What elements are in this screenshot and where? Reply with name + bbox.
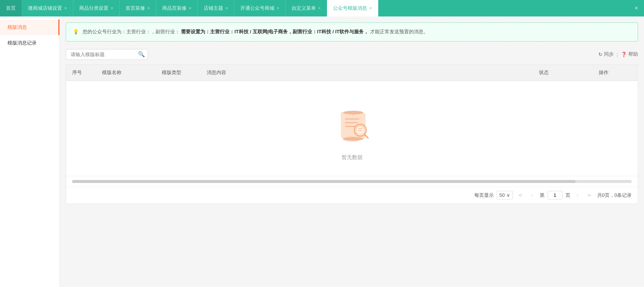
close-tab-shop-settings[interactable]: × [64,6,67,11]
table-header: 序号 模版名称 模版类型 消息内容 状态 操作 [66,65,638,81]
tab-template-msg[interactable]: 公众号模版消息 × [327,0,378,16]
current-page-input[interactable] [548,191,563,199]
col-header-type: 模版类型 [156,65,201,80]
tab-home-decor[interactable]: 首页装修 × [120,0,156,16]
sidebar-item-template-msg-log[interactable]: 模版消息记录 [0,35,59,51]
empty-illustration [330,103,375,148]
tab-product-category[interactable]: 商品分类设置 × [73,0,120,16]
chevron-down-icon: ∨ [506,192,510,198]
search-input-wrap: 🔍 [66,49,148,60]
search-button[interactable]: 🔍 [138,51,145,58]
last-page-button[interactable]: ⊳ [585,191,594,200]
content-area: 💡 您的公众号行业为：主营行业：，副营行业： 需要设置为：主营行业：IT科技 /… [60,16,644,287]
toolbar-divider: | [617,52,618,57]
svg-point-7 [357,126,364,134]
col-header-index: 序号 [66,65,96,80]
close-tab-template-msg[interactable]: × [369,6,372,11]
page-size-label: 每页显示 [474,192,494,199]
top-navigation: 首页 微商城店铺设置 × 商品分类设置 × 首页装修 × 商品页装修 × 店铺主… [0,0,644,16]
close-tab-custom-menu[interactable]: × [318,6,321,11]
sync-button[interactable]: ↻ 同步 [598,51,614,58]
data-table: 序号 模版名称 模版类型 消息内容 状态 操作 [66,64,638,204]
total-label: 共0页，0条记录 [597,192,632,199]
first-page-button[interactable]: ⊲ [516,191,525,200]
page-suffix-label: 页 [566,192,570,199]
tab-open-mall[interactable]: 开通公众号商城 × [234,0,286,16]
empty-text: 暂无数据 [342,154,363,161]
tab-home[interactable]: 首页 [0,0,22,16]
page-size-select[interactable]: 50 ∨ [497,191,512,199]
tab-shop-settings[interactable]: 微商城店铺设置 × [22,0,73,16]
help-icon: ❓ [621,52,627,57]
col-header-action: 操作 [593,65,638,80]
tab-custom-menu[interactable]: 自定义菜单 × [286,0,327,16]
close-all-tabs-button[interactable]: × [629,5,644,12]
col-header-status: 状态 [533,65,593,80]
next-page-button[interactable]: › [573,191,582,200]
main-layout: 模版消息 模版消息记录 💡 您的公众号行业为：主营行业：，副营行业： 需要设置为… [0,16,644,287]
sidebar-item-template-msg[interactable]: 模版消息 [0,19,59,35]
page-prefix-label: 第 [540,192,545,199]
close-tab-store-theme[interactable]: × [225,6,228,11]
col-header-name: 模版名称 [96,65,156,80]
sidebar: 模版消息 模版消息记录 [0,16,60,287]
help-button[interactable]: ❓ 帮助 [621,51,638,58]
tab-product-decor[interactable]: 商品页装修 × [156,0,198,16]
sync-icon: ↻ [598,52,603,57]
search-input[interactable] [66,49,148,60]
toolbar-right: ↻ 同步 | ❓ 帮助 [598,51,638,58]
close-tab-product-decor[interactable]: × [189,6,191,11]
close-tab-home-decor[interactable]: × [147,6,150,11]
horizontal-scrollbar[interactable] [66,176,638,187]
pagination: 每页显示 50 ∨ ⊲ ‹ 第 页 › ⊳ 共0页，0条记录 [66,187,638,204]
svg-point-2 [343,137,363,141]
search-bar: 🔍 ↻ 同步 | ❓ 帮助 [66,49,638,60]
tab-store-theme[interactable]: 店铺主题 × [198,0,234,16]
notice-icon: 💡 [73,29,79,34]
prev-page-button[interactable]: ‹ [528,191,537,200]
notice-box: 💡 您的公众号行业为：主营行业：，副营行业： 需要设置为：主营行业：IT科技 /… [66,22,638,42]
empty-state: 暂无数据 [66,81,638,176]
col-header-content: 消息内容 [201,65,533,80]
svg-point-1 [343,111,363,115]
close-tab-open-mall[interactable]: × [277,6,279,11]
close-tab-product-category[interactable]: × [111,6,113,11]
